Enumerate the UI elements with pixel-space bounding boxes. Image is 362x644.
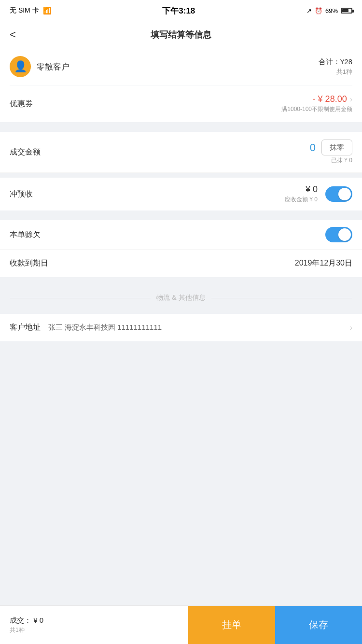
coupon-amount: - ¥ 28.00 bbox=[313, 94, 347, 104]
alarm-icon: ⏰ bbox=[315, 7, 322, 14]
transaction-value-area: 0 抹零 bbox=[296, 140, 352, 155]
section-gap-3 bbox=[0, 282, 362, 287]
toggle-track bbox=[325, 186, 352, 202]
location-icon: ↗ bbox=[306, 7, 312, 14]
coupon-label: 优惠券 bbox=[10, 99, 33, 109]
customer-row: 👤 零散客户 合计：¥28 共1种 bbox=[0, 48, 362, 85]
address-chevron-icon: › bbox=[350, 323, 352, 332]
address-card: 客户地址 张三 海淀永丰科技园 11111111111 › bbox=[0, 314, 362, 341]
prepayment-sub-text: 应收金额 ¥ 0 bbox=[285, 196, 318, 204]
transaction-value[interactable]: 0 bbox=[296, 141, 316, 154]
bottom-deal-amount: ¥ 0 bbox=[33, 616, 43, 624]
battery-icon bbox=[341, 8, 352, 14]
prepayment-label: 冲预收 bbox=[10, 189, 48, 199]
battery-text: 69% bbox=[325, 7, 338, 14]
bottom-deal-label: 成交： bbox=[10, 616, 31, 624]
total-amount-text: 合计：¥28 bbox=[319, 57, 352, 67]
deferred-card: 本单赊欠 收款到期日 2019年12月30日 bbox=[0, 220, 362, 277]
transaction-sub-text: 已抹 ¥ 0 bbox=[331, 156, 352, 165]
deferred-row: 本单赊欠 bbox=[0, 220, 362, 250]
transaction-card: 成交金额 0 抹零 已抹 ¥ 0 冲预收 ¥ 0 应收金额 ¥ 0 bbox=[0, 132, 362, 210]
logistics-section-title: 物流 & 其他信息 bbox=[0, 287, 362, 309]
address-label: 客户地址 bbox=[10, 322, 43, 333]
total-count-text: 共1种 bbox=[319, 68, 352, 76]
address-value: 张三 海淀永丰科技园 11111111111 bbox=[48, 323, 345, 332]
status-bar: 无 SIM 卡 📶 下午3:18 ↗ ⏰ 69% bbox=[0, 0, 362, 21]
section-gap-4 bbox=[0, 309, 362, 314]
coupon-row[interactable]: 优惠券 - ¥ 28.00 › 满1000-100不限制使用金额 bbox=[0, 85, 362, 122]
deferred-label: 本单赊欠 bbox=[10, 230, 48, 240]
bottom-count: 共1种 bbox=[10, 626, 179, 634]
prepayment-toggle[interactable] bbox=[325, 186, 352, 202]
avatar: 👤 bbox=[10, 56, 31, 77]
status-time: 下午3:18 bbox=[162, 5, 195, 16]
customer-left: 👤 零散客户 bbox=[10, 56, 70, 77]
customer-card: 👤 零散客户 合计：¥28 共1种 优惠券 - ¥ 28.00 › 满1000-… bbox=[0, 48, 362, 122]
page-title: 填写结算等信息 bbox=[151, 29, 211, 41]
due-date-label: 收款到期日 bbox=[10, 258, 48, 268]
hang-button[interactable]: 挂单 bbox=[188, 606, 275, 644]
wifi-icon: 📶 bbox=[43, 7, 51, 14]
section-gap-2 bbox=[0, 215, 362, 220]
prepayment-row: 冲预收 ¥ 0 应收金额 ¥ 0 bbox=[0, 178, 362, 210]
no-sim-text: 无 SIM 卡 bbox=[10, 6, 39, 15]
coupon-right: - ¥ 28.00 › bbox=[313, 94, 352, 104]
chevron-right-icon: › bbox=[350, 95, 352, 104]
deferred-toggle-thumb bbox=[338, 228, 351, 241]
due-date-value: 2019年12月30日 bbox=[295, 258, 352, 268]
address-row[interactable]: 客户地址 张三 海淀永丰科技园 11111111111 › bbox=[0, 314, 362, 341]
customer-name: 零散客户 bbox=[37, 61, 70, 72]
deferred-toggle[interactable] bbox=[325, 227, 352, 242]
status-right: ↗ ⏰ 69% bbox=[306, 7, 352, 14]
back-button[interactable]: < bbox=[10, 28, 16, 41]
round-off-button[interactable]: 抹零 bbox=[321, 140, 352, 155]
due-date-row: 收款到期日 2019年12月30日 bbox=[0, 250, 362, 277]
bottom-deal-row: 成交： ¥ 0 bbox=[10, 616, 179, 625]
toggle-thumb bbox=[338, 188, 351, 200]
section-gap-1 bbox=[0, 127, 362, 132]
deferred-toggle-track bbox=[325, 227, 352, 242]
coupon-desc: 满1000-100不限制使用金额 bbox=[281, 105, 352, 113]
customer-total: 合计：¥28 共1种 bbox=[319, 57, 352, 76]
prepayment-value: ¥ 0 bbox=[285, 184, 318, 195]
prepayment-value-area: ¥ 0 应收金额 ¥ 0 bbox=[285, 184, 318, 204]
transaction-label: 成交金额 bbox=[10, 147, 48, 157]
avatar-icon: 👤 bbox=[14, 60, 27, 73]
save-button[interactable]: 保存 bbox=[275, 606, 362, 644]
logistics-title-text: 物流 & 其他信息 bbox=[156, 294, 205, 302]
divider-inner bbox=[0, 173, 362, 178]
transaction-row: 成交金额 0 抹零 已抹 ¥ 0 bbox=[0, 132, 362, 173]
content-area: 👤 零散客户 合计：¥28 共1种 优惠券 - ¥ 28.00 › 满1000-… bbox=[0, 48, 362, 390]
status-left: 无 SIM 卡 📶 bbox=[10, 6, 51, 15]
bottom-bar: 成交： ¥ 0 共1种 挂单 保存 bbox=[0, 605, 362, 644]
nav-bar: < 填写结算等信息 bbox=[0, 21, 362, 48]
bottom-info: 成交： ¥ 0 共1种 bbox=[0, 616, 188, 634]
